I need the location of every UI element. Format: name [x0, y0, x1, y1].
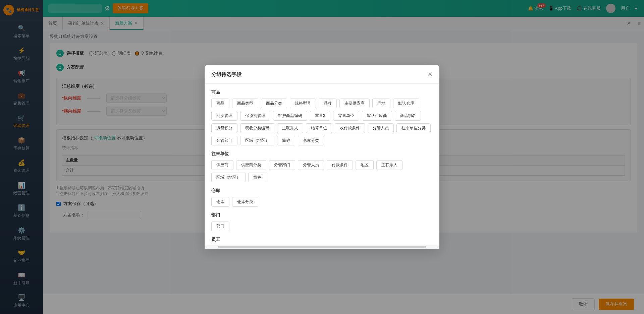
modal-title: 分组待选字段 [211, 71, 241, 78]
tag-spec-model[interactable]: 规格型号 [290, 99, 316, 108]
tag-partner-short-name[interactable]: 简称 [248, 173, 266, 182]
tag-product[interactable]: 商品 [211, 99, 229, 108]
modal-section-employee: 员工 业务员 [211, 237, 433, 245]
tag-batch-mgmt[interactable]: 批次管理 [211, 111, 237, 121]
tag-dept[interactable]: 分管部门 [211, 136, 237, 145]
tag-payment-condition[interactable]: 付款条件 [327, 160, 353, 170]
tag-warehouse[interactable]: 仓库 [211, 197, 229, 207]
tag-weight3[interactable]: 重量3 [310, 111, 330, 121]
modal-body: 商品 商品 商品类型 商品分类 规格型号 品牌 主要供应商 产地 默认仓库 批次… [205, 84, 439, 245]
modal-section-department: 部门 部门 [211, 212, 433, 231]
modal-section-product-title: 商品 [211, 89, 433, 95]
modal-section-employee-title: 员工 [211, 237, 433, 243]
tag-main-supplier[interactable]: 主要供应商 [339, 99, 370, 108]
tag-partner-supervisor[interactable]: 分管人员 [298, 160, 324, 170]
tag-expiry-mgmt[interactable]: 保质期管理 [240, 111, 270, 121]
tag-partner-category[interactable]: 往来单位分类 [396, 123, 431, 133]
tag-product-type[interactable]: 商品类型 [232, 99, 258, 108]
department-tags: 部门 [211, 222, 433, 231]
tag-partner-region[interactable]: 区域（地区） [211, 173, 246, 182]
tag-partner-dept[interactable]: 分管部门 [269, 160, 295, 170]
tag-origin[interactable]: 产地 [372, 99, 390, 108]
tag-retail-unit[interactable]: 零售单位 [333, 111, 359, 121]
modal-hscroll[interactable] [205, 245, 439, 249]
modal-section-partner: 往来单位 供应商 供应商分类 分管部门 分管人员 付款条件 地区 主联系人 区域… [211, 151, 433, 182]
tag-main-contact[interactable]: 主联系人 [277, 123, 303, 133]
tag-product-category[interactable]: 商品分类 [261, 99, 287, 108]
warehouse-tags: 仓库 仓库分类 [211, 197, 433, 207]
tag-unpack-score[interactable]: 拆货积分 [211, 123, 237, 133]
tag-warehouse-cat[interactable]: 仓库分类 [232, 197, 258, 207]
partner-tags: 供应商 供应商分类 分管部门 分管人员 付款条件 地区 主联系人 区域（地区） … [211, 160, 433, 182]
tag-settlement-unit[interactable]: 结算单位 [306, 123, 332, 133]
tag-region[interactable]: 区域（地区） [240, 136, 274, 145]
tag-supplier-category[interactable]: 供应商分类 [236, 160, 266, 170]
tag-brand[interactable]: 品牌 [319, 99, 337, 108]
tag-customer-code[interactable]: 客户商品编码 [273, 111, 307, 121]
tag-default-supplier[interactable]: 默认供应商 [362, 111, 392, 121]
modal-overlay: 分组待选字段 ✕ 商品 商品 商品类型 商品分类 规格型号 品牌 主要供应商 产… [0, 0, 644, 314]
tag-payment-terms[interactable]: 收付款条件 [335, 123, 365, 133]
tag-alias[interactable]: 商品别名 [395, 111, 421, 121]
modal-section-department-title: 部门 [211, 212, 433, 218]
modal-section-partner-title: 往来单位 [211, 151, 433, 157]
product-tags: 商品 商品类型 商品分类 规格型号 品牌 主要供应商 产地 默认仓库 批次管理 … [211, 99, 433, 145]
modal-close-btn[interactable]: ✕ [428, 71, 433, 78]
modal-section-product: 商品 商品 商品类型 商品分类 规格型号 品牌 主要供应商 产地 默认仓库 批次… [211, 89, 433, 145]
tag-short-name[interactable]: 简称 [277, 136, 295, 145]
modal-dialog: 分组待选字段 ✕ 商品 商品 商品类型 商品分类 规格型号 品牌 主要供应商 产… [205, 65, 439, 249]
modal-header: 分组待选字段 ✕ [205, 65, 439, 84]
tag-partner-main-contact[interactable]: 主联系人 [376, 160, 402, 170]
tag-supplier[interactable]: 供应商 [211, 160, 233, 170]
modal-section-warehouse: 仓库 仓库 仓库分类 [211, 188, 433, 207]
tag-area[interactable]: 地区 [356, 160, 374, 170]
tag-default-warehouse[interactable]: 默认仓库 [393, 99, 419, 108]
tag-tax-code[interactable]: 税收分类编码 [240, 123, 274, 133]
tag-warehouse-category[interactable]: 仓库分类 [298, 136, 324, 145]
tag-supervisor[interactable]: 分管人员 [368, 123, 394, 133]
modal-section-warehouse-title: 仓库 [211, 188, 433, 194]
tag-department[interactable]: 部门 [211, 222, 229, 231]
